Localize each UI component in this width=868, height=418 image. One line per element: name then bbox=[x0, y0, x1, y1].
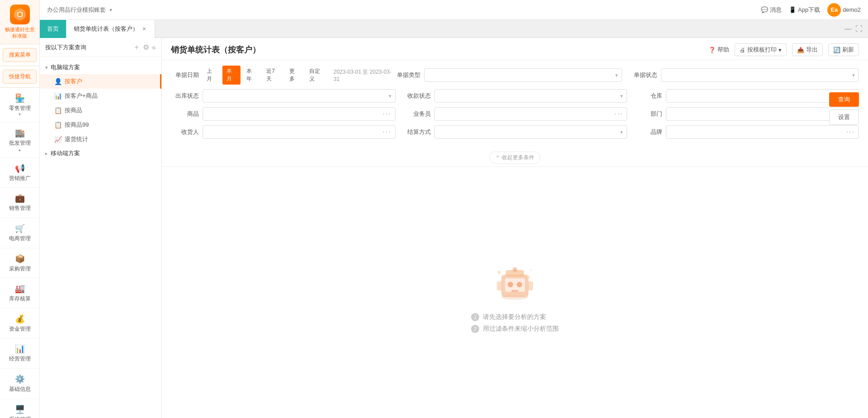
tree-item-return-stats-label: 退货统计 bbox=[65, 135, 88, 143]
warehouse-label: 仓库 bbox=[634, 92, 666, 100]
date-tab-custom[interactable]: 自定义 bbox=[305, 66, 328, 85]
sidebar-item-marketing[interactable]: 📢 营销推广 bbox=[0, 158, 39, 188]
by-customer-goods-icon: 📊 bbox=[54, 92, 62, 100]
payment-method-arrow: ▾ bbox=[620, 129, 623, 135]
action-bar: 查询 设置 bbox=[829, 92, 859, 125]
tree-group-mobile-header[interactable]: ▸ 移动端方案 bbox=[40, 147, 161, 160]
tree-item-by-customer-goods[interactable]: 📊 按客户+商品 bbox=[40, 89, 161, 103]
right-panel-wrapper: 销货单统计表（按客户） ❓ 帮助 🖨 按模板打印 ▾ 📤 bbox=[162, 38, 868, 418]
add-scheme-button[interactable]: ＋ bbox=[133, 43, 140, 52]
brand-select[interactable]: ··· bbox=[666, 125, 859, 139]
pay-status-select[interactable]: ▾ bbox=[434, 89, 627, 103]
goods-label: 商品 bbox=[171, 110, 203, 118]
search-menu-button[interactable]: 搜索菜单 bbox=[3, 48, 37, 62]
goods-dots: ··· bbox=[382, 110, 391, 118]
tab-maximize-button[interactable]: ⛶ bbox=[854, 23, 864, 35]
wholesale-icon: 🏬 bbox=[15, 128, 25, 138]
collapse-bar: ⌃ 收起更多条件 bbox=[162, 149, 868, 167]
app-download-button[interactable]: 📱 App下载 bbox=[789, 6, 820, 14]
left-panel-body: ▾ 电脑端方案 👤 按客户 📊 按客户+商品 📋 按商品 bbox=[40, 57, 161, 418]
help-label: 帮助 bbox=[717, 46, 729, 54]
print-button[interactable]: 🖨 按模板打印 ▾ bbox=[735, 43, 787, 56]
tab-minimize-button[interactable]: — bbox=[843, 23, 854, 35]
collapse-panel-button[interactable]: « bbox=[152, 43, 156, 52]
quick-nav-button[interactable]: 快捷导航 bbox=[3, 70, 37, 84]
tree-item-return-stats[interactable]: 📈 退货统计 bbox=[40, 132, 161, 147]
tree-group-mobile-arrow: ▸ bbox=[45, 151, 48, 157]
status-select[interactable]: ▾ bbox=[661, 68, 859, 82]
sidebar-item-ecommerce[interactable]: 🛒 电商管理 bbox=[0, 218, 39, 248]
empty-tip-2: 2 用过滤条件来缩小分析范围 bbox=[471, 325, 559, 333]
out-status-select[interactable]: ▾ bbox=[203, 89, 396, 103]
date-tab-thisyear[interactable]: 本年 bbox=[242, 66, 260, 85]
print-label: 按模板打印 bbox=[747, 46, 777, 54]
tree-group-mobile-label: 移动端方案 bbox=[51, 149, 80, 157]
avatar: Ea bbox=[827, 3, 841, 17]
sales-icon: 💼 bbox=[15, 193, 25, 203]
tree-item-by-goods-label: 按商品 bbox=[65, 106, 82, 114]
svg-point-6 bbox=[517, 282, 522, 287]
tree-group-desktop: ▾ 电脑端方案 👤 按客户 📊 按客户+商品 📋 按商品 bbox=[40, 61, 161, 147]
sidebar-item-finance[interactable]: 💰 资金管理 bbox=[0, 309, 39, 339]
tree-item-by-customer[interactable]: 👤 按客户 bbox=[40, 74, 161, 89]
receiver-select[interactable]: ··· bbox=[203, 125, 396, 139]
payment-method-select[interactable]: ▾ bbox=[434, 125, 627, 139]
out-status-arrow: ▾ bbox=[389, 93, 392, 99]
sales-stats-tab-label: 销货单统计表（按客户） bbox=[74, 25, 138, 33]
main-area: 办公用品行业模拟账套 ▾ 💬 消息 📱 App下载 Ea demo2 首页 销货… bbox=[40, 0, 868, 418]
date-tab-more[interactable]: 更多 bbox=[285, 66, 303, 85]
sidebar-item-system[interactable]: 🖥️ 系统管理 bbox=[0, 399, 39, 418]
app-download-label: App下载 bbox=[798, 6, 820, 14]
retail-icon: 🏪 bbox=[15, 93, 25, 103]
sidebar-item-inventory[interactable]: 🏭 库存核算 bbox=[0, 278, 39, 309]
message-icon: 💬 bbox=[761, 6, 768, 13]
date-tab-last7[interactable]: 近7天 bbox=[262, 66, 283, 85]
tree-group-desktop-arrow: ▾ bbox=[45, 65, 48, 71]
tree-group-desktop-header[interactable]: ▾ 电脑端方案 bbox=[40, 61, 161, 74]
logo-icon bbox=[10, 5, 30, 24]
home-tab-label: 首页 bbox=[47, 25, 59, 33]
help-button[interactable]: ❓ 帮助 bbox=[708, 46, 729, 54]
collapse-button[interactable]: ⌃ 收起更多条件 bbox=[490, 152, 540, 164]
date-tab-thismonth[interactable]: 本月 bbox=[222, 66, 241, 85]
topbar-dropdown[interactable]: ▾ bbox=[109, 7, 112, 13]
export-button[interactable]: 📤 导出 bbox=[792, 43, 823, 56]
sidebar-item-basic[interactable]: ⚙️ 基础信息 bbox=[0, 369, 39, 399]
svg-point-12 bbox=[498, 271, 500, 274]
settings-button[interactable]: 设置 bbox=[829, 109, 859, 125]
settings-scheme-button[interactable]: ⚙ bbox=[143, 43, 149, 52]
refresh-button[interactable]: 🔄 刷新 bbox=[828, 43, 859, 56]
left-panel-title: 按以下方案查询 bbox=[45, 43, 86, 52]
sidebar-search-section: 搜索菜单 bbox=[0, 44, 39, 66]
salesperson-select[interactable]: ··· bbox=[434, 107, 627, 121]
left-panel-actions: ＋ ⚙ « bbox=[133, 43, 156, 52]
type-select-arrow: ▾ bbox=[615, 72, 618, 78]
filter-row-4: 收货人 ··· 结算方式 ▾ 品牌 ··· bbox=[171, 125, 859, 139]
message-label: 消息 bbox=[770, 6, 782, 14]
query-button[interactable]: 查询 bbox=[829, 92, 859, 107]
message-button[interactable]: 💬 消息 bbox=[761, 6, 782, 14]
salesperson-label: 业务员 bbox=[403, 110, 434, 118]
sidebar-item-wholesale[interactable]: 🏬 批发管理 ▴ bbox=[0, 123, 39, 158]
sidebar-item-purchase[interactable]: 📦 采购管理 bbox=[0, 248, 39, 279]
receiver-dots: ··· bbox=[382, 128, 391, 136]
tree-item-by-goods[interactable]: 📋 按商品 bbox=[40, 103, 161, 118]
system-icon: 🖥️ bbox=[15, 404, 25, 414]
marketing-icon: 📢 bbox=[15, 163, 25, 173]
sidebar-item-operations[interactable]: 📊 经营管理 bbox=[0, 338, 39, 369]
tip-text-1: 请先选择要分析的方案 bbox=[483, 313, 546, 321]
print-arrow: ▾ bbox=[778, 47, 782, 53]
tab-sales-stats[interactable]: 销货单统计表（按客户） ✕ bbox=[66, 20, 155, 38]
tab-home[interactable]: 首页 bbox=[40, 20, 66, 38]
date-tab-lastmonth[interactable]: 上月 bbox=[203, 66, 221, 85]
user-profile[interactable]: Ea demo2 bbox=[827, 3, 861, 17]
tab-close-button[interactable]: ✕ bbox=[141, 25, 147, 33]
goods-select[interactable]: ··· bbox=[203, 107, 396, 121]
sidebar-item-retail[interactable]: 🏪 零售管理 ▾ bbox=[0, 88, 39, 123]
type-select[interactable]: ▾ bbox=[424, 68, 622, 82]
receiver-label: 收货人 bbox=[171, 128, 203, 136]
sidebar-item-sales[interactable]: 💼 销售管理 bbox=[0, 188, 39, 218]
sidebar: 畅捷通好生意 标准版 搜索菜单 快捷导航 🏪 零售管理 ▾ 🏬 批发管理 ▴ 📢… bbox=[0, 0, 40, 418]
tree-item-by-goods-99[interactable]: 📋 按商品99 bbox=[40, 118, 161, 132]
left-panel: 按以下方案查询 ＋ ⚙ « ▾ 电脑端方案 👤 按客户 bbox=[40, 38, 162, 418]
